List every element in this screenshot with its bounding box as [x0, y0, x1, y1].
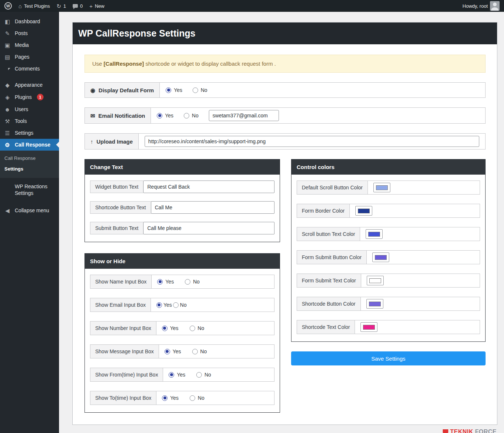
collapse-menu-label: Collapse menu: [15, 207, 49, 213]
radio-unselected-icon[interactable]: [185, 279, 190, 285]
radio-selected-icon[interactable]: [157, 279, 163, 285]
display-default-form-options: Yes No: [160, 83, 485, 97]
radio-label: Yes: [173, 348, 181, 354]
form-submit-text-color-picker[interactable]: [367, 276, 384, 285]
radio-selected-icon[interactable]: [169, 372, 174, 378]
settings-card: WP CallResponse Settings Use [CallRespon…: [72, 22, 497, 425]
shortcode-button-text-row: Shortcode Button Text: [90, 201, 275, 214]
radio-selected-icon[interactable]: [166, 87, 171, 93]
shortcode-button-color-picker[interactable]: [366, 299, 383, 309]
sidebar-item-tools[interactable]: ⚒ Tools: [0, 115, 59, 127]
color-swatch: [363, 325, 375, 330]
show-message-no-radio[interactable]: No: [192, 348, 207, 354]
display-default-form-no-radio[interactable]: No: [193, 87, 207, 93]
menu-separator: [0, 75, 59, 79]
sidebar-item-label: Dashboard: [15, 18, 40, 24]
show-email-no-radio[interactable]: No: [173, 302, 187, 308]
show-to-time-no-radio[interactable]: No: [190, 395, 204, 401]
collapse-arrow-icon: ◀: [4, 208, 11, 213]
radio-selected-icon[interactable]: [165, 349, 170, 354]
radio-selected-icon[interactable]: [156, 302, 162, 308]
radio-selected-icon[interactable]: [162, 326, 168, 331]
form-border-color-picker[interactable]: [355, 206, 372, 216]
radio-unselected-icon[interactable]: [190, 395, 195, 401]
admin-bar-right: Howdy, root: [463, 1, 500, 11]
new-content-menu[interactable]: + New: [89, 3, 104, 9]
wordpress-logo-icon[interactable]: W: [4, 2, 12, 10]
notification-email-input[interactable]: [209, 110, 279, 121]
show-message-yes-radio[interactable]: Yes: [165, 348, 181, 354]
show-email-yes-radio[interactable]: Yes: [156, 302, 172, 308]
radio-label: Yes: [170, 395, 179, 401]
show-from-time-yes-radio[interactable]: Yes: [169, 372, 185, 378]
dashboard-icon: ◧: [4, 19, 11, 24]
submit-button-text-input[interactable]: [143, 222, 275, 234]
widget-button-text-input[interactable]: [143, 181, 275, 193]
show-name-yes-radio[interactable]: Yes: [157, 279, 174, 285]
sidebar-item-label: Settings: [15, 130, 34, 136]
user-avatar: [490, 1, 500, 11]
teknikforce-name-red: TEKNIK: [450, 429, 473, 433]
sidebar-item-appearance[interactable]: ◆ Appearance: [0, 79, 59, 91]
show-number-no-radio[interactable]: No: [190, 325, 204, 331]
email-notification-yes-radio[interactable]: Yes: [157, 113, 173, 118]
display-default-form-yes-radio[interactable]: Yes: [166, 87, 182, 93]
radio-label: No: [193, 279, 200, 285]
show-or-hide-panel: Show or Hide Show Name Input Box Yes: [84, 253, 280, 413]
submenu-item-settings[interactable]: Settings: [0, 164, 59, 174]
upload-image-row: ↑ Upload Image: [84, 133, 486, 150]
show-from-time-input-box-row: Show From(time) Input Box Yes: [90, 368, 275, 382]
radio-label: Yes: [163, 302, 172, 308]
sidebar-item-media[interactable]: ▣ Media: [0, 39, 59, 51]
show-to-time-options: Yes No: [156, 391, 274, 405]
color-picker-cell: [361, 297, 480, 310]
sidebar-item-comments[interactable]: Comments: [0, 63, 59, 75]
save-settings-button[interactable]: Save Settings: [291, 351, 486, 365]
show-number-input-box-row: Show Number Input Box Yes No: [90, 321, 275, 335]
image-url-input[interactable]: [145, 136, 479, 147]
form-submit-button-color-picker[interactable]: [372, 252, 389, 262]
widget-button-text-row: Widget Button Text: [90, 181, 275, 193]
show-name-options: Yes No: [152, 275, 274, 288]
radio-unselected-icon[interactable]: [193, 87, 198, 93]
updates-menu[interactable]: ↻ 1: [56, 3, 66, 9]
eye-icon: ◉: [90, 87, 95, 93]
sidebar-item-call-response[interactable]: ⚙ Call Response: [0, 139, 59, 151]
shortcode-button-text-input[interactable]: [151, 201, 275, 214]
site-name-menu[interactable]: ⌂ Test Plugins: [18, 3, 50, 9]
admin-sidebar: ◧ Dashboard ✎ Posts ▣ Media ▤ Pages Comm…: [0, 12, 59, 433]
howdy-menu[interactable]: Howdy, root: [463, 1, 500, 11]
radio-unselected-icon[interactable]: [190, 326, 195, 331]
admin-bar-left: W ⌂ Test Plugins ↻ 1 0 + New: [4, 2, 104, 10]
sidebar-item-pages[interactable]: ▤ Pages: [0, 51, 59, 63]
email-notification-no-radio[interactable]: No: [184, 113, 199, 118]
scroll-button-text-color-picker[interactable]: [366, 229, 383, 239]
show-number-options: Yes No: [156, 322, 274, 335]
show-name-no-radio[interactable]: No: [185, 279, 200, 285]
default-scroll-button-color-picker[interactable]: [373, 183, 390, 192]
shortcode-text-color-picker[interactable]: [360, 322, 377, 332]
radio-unselected-icon[interactable]: [196, 372, 202, 378]
sidebar-item-plugins[interactable]: ◈ Plugins 1: [0, 91, 59, 103]
radio-unselected-icon[interactable]: [173, 302, 179, 308]
sidebar-item-users[interactable]: ☻ Users: [0, 103, 59, 115]
show-from-time-no-radio[interactable]: No: [196, 372, 211, 378]
show-to-time-yes-radio[interactable]: Yes: [162, 395, 179, 401]
envelope-icon: ✉: [90, 113, 95, 118]
sidebar-item-settings[interactable]: ☰ Settings: [0, 127, 59, 139]
sidebar-item-posts[interactable]: ✎ Posts: [0, 27, 59, 39]
submenu-item-call-response[interactable]: Call Response: [0, 153, 59, 164]
sidebar-item-wp-reactions[interactable]: WP Reactions Settings: [0, 180, 59, 199]
sidebar-item-label: Call Response: [15, 142, 50, 148]
sidebar-item-dashboard[interactable]: ◧ Dashboard: [0, 16, 59, 27]
color-picker-cell: [355, 320, 480, 334]
show-number-yes-radio[interactable]: Yes: [162, 325, 179, 331]
radio-selected-icon[interactable]: [162, 395, 168, 401]
comments-menu[interactable]: 0: [73, 3, 83, 9]
radio-selected-icon[interactable]: [157, 113, 162, 118]
shortcode-button-text-label: Shortcode Button Text: [90, 201, 151, 214]
sidebar-item-label: Posts: [15, 30, 28, 36]
collapse-menu-button[interactable]: ◀ Collapse menu: [0, 205, 59, 216]
radio-unselected-icon[interactable]: [184, 113, 189, 118]
radio-unselected-icon[interactable]: [192, 349, 198, 354]
